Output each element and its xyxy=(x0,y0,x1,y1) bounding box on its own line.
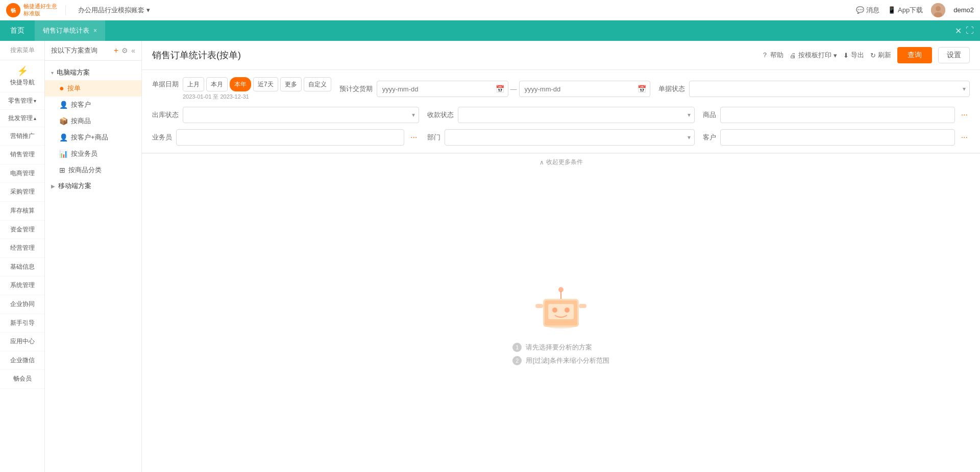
date-range-display: 2023-01-01 至 2023-12-31 xyxy=(183,93,331,101)
scheme-collapse-icon[interactable]: « xyxy=(131,46,135,55)
date-btn-last-month[interactable]: 上月 xyxy=(183,77,204,91)
tab-home[interactable]: 首页 xyxy=(0,20,35,41)
sidebar-item-ecommerce[interactable]: 电商管理 xyxy=(0,164,44,183)
shipment-status-label: 出库状态 xyxy=(152,110,179,120)
query-button[interactable]: 查询 xyxy=(897,47,932,63)
scheme-settings-icon[interactable]: ⚙ xyxy=(121,46,128,55)
sidebar-item-coop[interactable]: 企业协同 xyxy=(0,295,44,314)
sidebar-item-sales[interactable]: 销售管理 xyxy=(0,146,44,164)
document-status-label: 单据状态 xyxy=(658,84,685,93)
sidebar-item-basic[interactable]: 基础信息 xyxy=(0,258,44,277)
customer-input[interactable] xyxy=(720,129,955,146)
phone-icon: 📱 xyxy=(888,6,896,14)
filter-area: 单据日期 上月 本月 本年 近7天 更多 自定义 2023- xyxy=(142,70,980,153)
delivery-end-wrapper: 📅 xyxy=(519,81,651,97)
collapse-label: 收起更多条件 xyxy=(546,158,583,167)
filter-row-3: 业务员 ··· 部门 xyxy=(152,129,970,146)
department-select-wrapper xyxy=(445,129,694,146)
salesperson-input[interactable] xyxy=(176,129,404,146)
avatar[interactable] xyxy=(931,3,945,17)
tab-close-button[interactable]: × xyxy=(93,27,97,34)
scheme-group-header-desktop[interactable]: ▾ 电脑端方案 xyxy=(45,65,141,80)
sidebar-item-quicknav[interactable]: ⚡ 快捷导航 xyxy=(0,60,44,92)
hint-num-2: 2 xyxy=(512,356,522,365)
shipment-status-select-wrapper xyxy=(183,107,419,123)
print-icon: 🖨 xyxy=(790,52,796,59)
wholesale-arrow-icon: ▴ xyxy=(34,115,36,121)
date-btn-last-7-days[interactable]: 近7天 xyxy=(253,77,278,91)
scheme-item-by-goods[interactable]: 📦 按商品 xyxy=(45,113,141,129)
message-button[interactable]: 💬 消息 xyxy=(856,6,879,15)
date-btn-more[interactable]: 更多 xyxy=(280,77,302,91)
scheme-item-icon-category: ⊞ xyxy=(59,166,65,174)
top-bar-left: 畅 畅捷通好生意 标准版 办公用品行业模拟账套 ▾ xyxy=(6,3,154,17)
sidebar-item-marketing[interactable]: 营销推广 xyxy=(0,127,44,146)
scheme-item-by-customer[interactable]: 👤 按客户 xyxy=(45,97,141,113)
export-button[interactable]: ⬇ 导出 xyxy=(843,51,864,60)
sidebar-item-finance[interactable]: 资金管理 xyxy=(0,221,44,240)
department-label: 部门 xyxy=(427,133,440,142)
empty-state-image xyxy=(530,273,592,335)
goods-more-button[interactable]: ··· xyxy=(959,110,970,120)
scheme-item-by-salesperson[interactable]: 📊 按业务员 xyxy=(45,146,141,162)
sidebar-item-newbie[interactable]: 新手引导 xyxy=(0,314,44,333)
collapse-arrow-icon: ∧ xyxy=(540,159,544,166)
empty-state: 1 请先选择要分析的方案 2 用[过滤]条件来缩小分析范围 xyxy=(142,171,980,472)
date-btn-this-month[interactable]: 本月 xyxy=(206,77,228,91)
logo-area: 畅 畅捷通好生意 标准版 xyxy=(6,3,57,17)
maximize-button[interactable]: ⛶ xyxy=(966,26,974,35)
scheme-add-button[interactable]: + xyxy=(114,46,118,55)
print-button[interactable]: 🖨 按模板打印 ▾ xyxy=(790,51,837,60)
sidebar-item-retail[interactable]: 零售管理 ▾ xyxy=(0,92,44,110)
tab-sales-report[interactable]: 销售订单统计表 × xyxy=(35,20,105,41)
setting-button[interactable]: 设置 xyxy=(938,47,970,63)
payment-status-select[interactable] xyxy=(458,107,694,123)
filter-row-1: 单据日期 上月 本月 本年 近7天 更多 自定义 2023- xyxy=(152,77,970,101)
scheme-group-header-mobile[interactable]: ▶ 移动端方案 xyxy=(45,178,141,194)
scheme-item-by-order[interactable]: ● 按单 xyxy=(45,80,141,97)
document-status-select[interactable] xyxy=(689,81,970,97)
scheme-group-mobile-label: 移动端方案 xyxy=(58,181,91,191)
logo-icon: 畅 xyxy=(6,3,20,17)
sidebar-search[interactable]: 搜索菜单 xyxy=(0,41,44,60)
sidebar-item-operations[interactable]: 经营管理 xyxy=(0,239,44,258)
delivery-end-input[interactable] xyxy=(519,81,651,97)
retail-arrow-icon: ▾ xyxy=(34,98,36,104)
sidebar-item-member[interactable]: 畅会员 xyxy=(0,370,44,389)
goods-input[interactable] xyxy=(720,107,955,123)
workspace-selector[interactable]: 办公用品行业模拟账套 ▾ xyxy=(74,4,154,17)
close-window-button[interactable]: ✕ xyxy=(955,26,962,36)
sidebar-item-purchase[interactable]: 采购管理 xyxy=(0,183,44,202)
username-label[interactable]: demo2 xyxy=(953,6,974,14)
search-menu-label[interactable]: 搜索菜单 xyxy=(4,46,40,55)
department-select[interactable] xyxy=(445,129,694,146)
sidebar-item-wholesale[interactable]: 批发管理 ▴ xyxy=(0,110,44,127)
salesperson-more-button[interactable]: ··· xyxy=(408,133,419,142)
date-range-separator: — xyxy=(510,85,517,93)
help-button[interactable]: ？ 帮助 xyxy=(762,51,783,60)
collapse-bar[interactable]: ∧ 收起更多条件 xyxy=(142,153,980,171)
print-dropdown-icon: ▾ xyxy=(834,52,837,59)
refresh-button[interactable]: ↻ 刷新 xyxy=(870,51,891,60)
app-download-button[interactable]: 📱 App下载 xyxy=(888,6,923,15)
date-btn-this-year[interactable]: 本年 xyxy=(230,77,251,91)
scheme-item-icon-goods: 📦 xyxy=(59,117,68,125)
empty-robot-svg xyxy=(530,273,592,335)
shipment-status-select[interactable] xyxy=(183,107,419,123)
sidebar-item-inventory[interactable]: 库存核算 xyxy=(0,202,44,221)
sidebar-item-system[interactable]: 系统管理 xyxy=(0,276,44,295)
scheme-item-icon-order: ● xyxy=(59,84,64,93)
scheme-item-by-category[interactable]: ⊞ 按商品分类 xyxy=(45,162,141,178)
customer-more-button[interactable]: ··· xyxy=(959,133,970,142)
date-btn-custom[interactable]: 自定义 xyxy=(304,77,331,91)
sidebar-item-wechat[interactable]: 企业微信 xyxy=(0,351,44,370)
svg-point-9 xyxy=(552,308,557,313)
scheme-group-mobile: ▶ 移动端方案 xyxy=(45,178,141,194)
scheme-panel-header: 按以下方案查询 + ⚙ « xyxy=(45,41,141,61)
scheme-item-by-customer-goods[interactable]: 👤 按客户+商品 xyxy=(45,129,141,146)
sidebar-item-appcenter[interactable]: 应用中心 xyxy=(0,333,44,351)
delivery-date-range: 📅 — 📅 xyxy=(377,81,651,97)
top-bar: 畅 畅捷通好生意 标准版 办公用品行业模拟账套 ▾ 💬 消息 📱 App下载 d… xyxy=(0,0,980,20)
expected-delivery-filter: 预计交货期 📅 — 📅 xyxy=(339,81,651,97)
delivery-start-input[interactable] xyxy=(377,81,508,97)
